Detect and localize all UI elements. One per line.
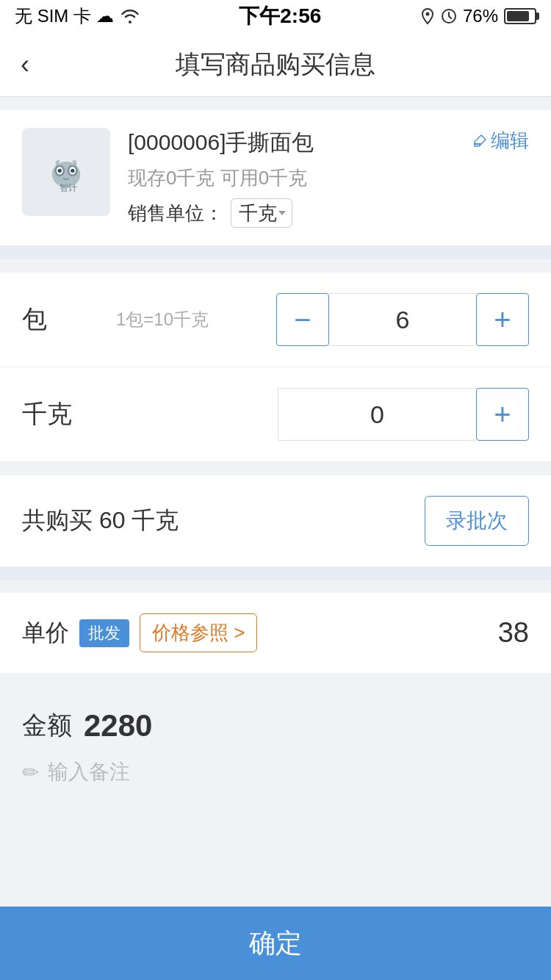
svg-point-0 [425, 12, 429, 16]
increase-bao-button[interactable]: + [476, 293, 529, 346]
amount-row: 金额 2280 [22, 693, 529, 751]
price-reference-button[interactable]: 价格参照 > [140, 613, 257, 652]
record-batch-button[interactable]: 录批次 [425, 496, 529, 546]
summary-row: 共购买 60 千克 录批次 [0, 475, 551, 566]
confirm-button[interactable]: 确定 [0, 907, 551, 980]
product-card: 智计 [0000006]手撕面包 编辑 现存0千克 可用0千克 销售单位： 千克 [0, 110, 551, 246]
quantity-kg-input[interactable] [278, 388, 476, 441]
decrease-bao-button[interactable]: − [276, 293, 329, 346]
product-stock: 现存0千克 可用0千克 [128, 165, 529, 191]
note-placeholder: 输入备注 [48, 758, 130, 786]
edit-icon [472, 133, 488, 149]
increase-kg-button[interactable]: + [476, 388, 529, 441]
quantity-bao-input[interactable] [329, 293, 476, 346]
location-icon [420, 7, 435, 25]
page-title: 填写商品购买信息 [176, 48, 375, 82]
price-left: 单价 批发 价格参照 > [22, 613, 257, 652]
amount-label: 金额 [22, 709, 72, 743]
quantity-section: 包 1包=10千克 − + 千克 + [0, 273, 551, 462]
status-time: 下午2:56 [239, 2, 321, 30]
divider-2 [0, 566, 551, 580]
unit-select[interactable]: 千克 [231, 198, 292, 228]
clock-icon [441, 8, 457, 24]
divider-1 [0, 246, 551, 259]
product-image: 智计 [40, 146, 92, 198]
nav-bar: ‹ 填写商品购买信息 [0, 32, 551, 97]
quantity-controls-bao: − + [276, 293, 529, 346]
quantity-label-kg: 千克 [22, 397, 110, 431]
unit-label: 销售单位： [128, 201, 223, 226]
battery-percent: 76% [463, 6, 498, 26]
status-bar: 无 SIM 卡 ☁ 下午2:56 76% [0, 0, 551, 32]
quantity-label-bao: 包 [22, 303, 110, 336]
svg-point-7 [58, 169, 62, 173]
svg-text:智计: 智计 [60, 183, 77, 193]
price-section: 单价 批发 价格参照 > 38 [0, 593, 551, 673]
status-right: 76% [420, 6, 536, 26]
sim-label: 无 SIM 卡 ☁ [15, 4, 114, 28]
svg-point-8 [71, 169, 74, 173]
confirm-button-label: 确定 [249, 926, 302, 962]
product-name: [0000006]手撕面包 [128, 128, 314, 158]
summary-text: 共购买 60 千克 [22, 505, 179, 537]
pencil-icon: ✏ [22, 760, 39, 785]
quantity-controls-kg: + [278, 388, 529, 441]
price-row: 单价 批发 价格参照 > 38 [22, 613, 529, 652]
status-left: 无 SIM 卡 ☁ [15, 4, 140, 28]
quantity-row-bao: 包 1包=10千克 − + [0, 273, 551, 367]
quantity-hint-bao: 1包=10千克 [116, 308, 276, 331]
amount-section: 金额 2280 ✏ 输入备注 [0, 673, 551, 801]
batch-badge: 批发 [79, 619, 129, 647]
back-button[interactable]: ‹ [21, 49, 29, 80]
price-label: 单价 [22, 617, 69, 649]
note-row[interactable]: ✏ 输入备注 [22, 751, 529, 801]
amount-value: 2280 [84, 708, 152, 743]
product-thumbnail: 智计 [22, 128, 110, 216]
price-value: 38 [498, 617, 529, 649]
edit-label: 编辑 [491, 128, 529, 154]
product-unit-row: 销售单位： 千克 [128, 198, 529, 228]
battery-icon [504, 8, 536, 24]
edit-button[interactable]: 编辑 [472, 128, 529, 154]
product-info: [0000006]手撕面包 编辑 现存0千克 可用0千克 销售单位： 千克 [128, 128, 529, 228]
quantity-row-kg: 千克 + [0, 367, 551, 462]
wifi-icon [120, 9, 140, 24]
